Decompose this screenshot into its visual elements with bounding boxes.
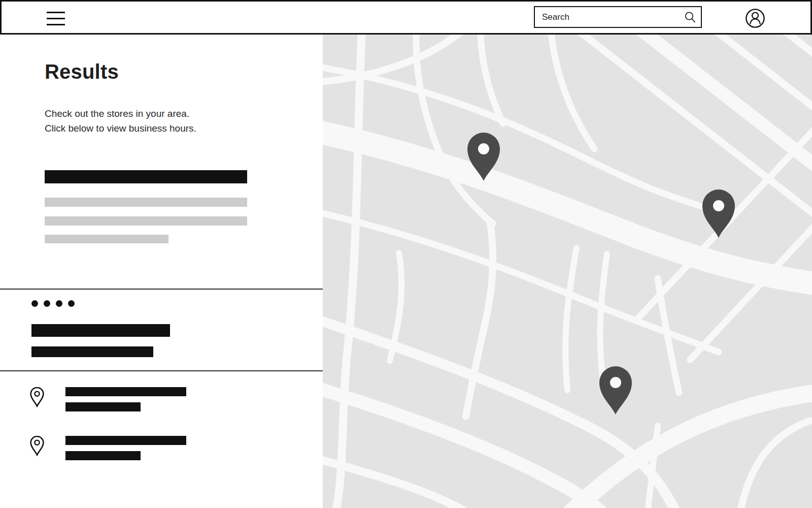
dot — [68, 300, 75, 307]
store-list-item[interactable] — [29, 387, 293, 411]
skeleton-bar — [65, 402, 141, 411]
dot — [31, 300, 38, 307]
results-panel: Results Check out the stores in your are… — [0, 35, 323, 508]
description-line-1: Check out the stores in your area. — [45, 108, 189, 119]
location-pin-icon — [29, 387, 45, 407]
store-text-skeleton — [65, 387, 186, 411]
description-line-2: Click below to view business hours. — [45, 123, 196, 134]
rating-dots — [31, 300, 75, 307]
divider — [0, 370, 323, 371]
business-hours-skeleton — [31, 324, 170, 357]
results-description: Check out the stores in your area. Click… — [45, 107, 196, 136]
map-canvas[interactable] — [323, 35, 812, 508]
user-profile-icon[interactable] — [745, 8, 765, 28]
skeleton-bar — [31, 324, 170, 337]
dot — [56, 300, 62, 307]
skeleton-bar — [45, 198, 247, 207]
location-pin-icon — [29, 436, 45, 456]
search-icon[interactable] — [684, 11, 697, 24]
skeleton-bar — [45, 216, 247, 226]
store-text-skeleton — [65, 436, 186, 460]
page-title: Results — [45, 59, 119, 84]
search-box[interactable] — [534, 6, 702, 28]
store-card-skeleton — [45, 170, 247, 243]
skeleton-bar — [45, 170, 247, 183]
skeleton-bar — [65, 436, 186, 445]
search-input[interactable] — [535, 12, 684, 22]
dot — [44, 300, 50, 307]
skeleton-bar — [31, 346, 153, 357]
top-bar — [0, 0, 812, 35]
store-locator-page: Results Check out the stores in your are… — [0, 0, 812, 508]
skeleton-bar — [65, 387, 186, 396]
hamburger-menu-icon[interactable] — [47, 12, 65, 25]
skeleton-bar — [45, 235, 168, 243]
divider — [0, 289, 323, 290]
skeleton-bar — [65, 451, 141, 460]
store-list-item[interactable] — [29, 436, 293, 460]
